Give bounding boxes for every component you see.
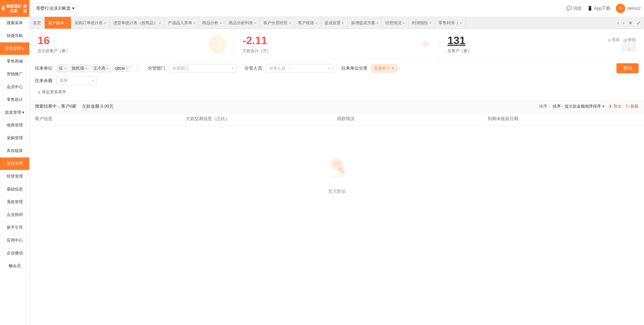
tab-label: 客户账本 xyxy=(48,20,64,26)
sort-select[interactable]: 排序： 排序：按欠款金额倒序排序 ▾ xyxy=(539,104,604,109)
tab-商品分析列表[interactable]: 商品分析列表× xyxy=(225,17,260,29)
table-header-cell: 欠款交易信息（占比） xyxy=(186,116,337,122)
logo-line2: 标版 xyxy=(22,4,28,13)
tab-close-icon[interactable]: × xyxy=(254,21,256,25)
tab-采购订单统计表[interactable]: 采购订单统计表× xyxy=(71,17,110,29)
sidebar-item-企业微信[interactable]: 企业微信 xyxy=(0,247,29,260)
remove-icon[interactable]: × xyxy=(106,66,109,70)
sidebar-item-电商管理[interactable]: 电商管理 xyxy=(0,119,29,132)
person-label: 分管人员 xyxy=(245,65,262,71)
credit-total-label: 欠款合计（万） xyxy=(243,48,271,54)
filter-row-1: 往来单位 伍 ×陈民强 ×王小亮 ×cjttcw ×... 分管部门 分管部门 … xyxy=(35,63,639,73)
balance-arrow-icon: ▾ xyxy=(92,78,94,83)
tab-close-all-icon[interactable]: ✕ xyxy=(627,20,634,26)
sidebar-item-批发管理[interactable]: 批发管理 ▾ xyxy=(0,106,29,119)
app-download-label: App下载 xyxy=(594,5,610,11)
messages-btn[interactable]: 💬 消息 xyxy=(566,5,582,11)
dept-label: 分管部门 xyxy=(148,65,165,71)
export-btn[interactable]: ⬆ 导出 xyxy=(608,104,621,109)
tab-利润报告[interactable]: 利润报告× xyxy=(409,17,435,29)
empty-state: 暂无数据 xyxy=(30,125,644,221)
remove-icon[interactable]: × xyxy=(64,66,66,70)
refresh-label: 刷新 xyxy=(631,104,639,109)
filter-area: 往来单位 伍 ×陈民强 ×王小亮 ×cjttcw ×... 分管部门 分管部门 … xyxy=(30,59,644,101)
tab-客户账本[interactable]: 客户账本× xyxy=(45,17,71,29)
tab-零售利润（[interactable]: 零售利润（× xyxy=(435,17,466,29)
tab-close-icon[interactable]: × xyxy=(377,21,379,25)
sidebar-item-经营管理[interactable]: 经营管理 xyxy=(0,170,29,183)
sidebar-item-会员中心[interactable]: 会员中心 xyxy=(0,81,29,94)
balance-select[interactable]: 选择... ▾ xyxy=(56,76,97,85)
tab-提成设置[interactable]: 提成设置× xyxy=(321,17,348,29)
sidebar-item-零售商城[interactable]: 零售商城 xyxy=(0,55,29,68)
tab-close-icon[interactable]: × xyxy=(220,21,222,25)
tab-进货单统计表（按商品）[interactable]: 进货单统计表（按商品）× xyxy=(110,17,165,29)
sidebar-item-基础信息[interactable]: 基础信息 xyxy=(0,183,29,196)
sidebar-item-资金管理[interactable]: 资金管理 xyxy=(0,157,29,170)
collapse-btn[interactable]: ∧ 收起更多条件 xyxy=(35,88,639,96)
filter-row-2: 往来余额 选择... ▾ xyxy=(35,76,639,85)
tab-close-icon[interactable]: × xyxy=(66,21,68,25)
sidebar-item-畅会员[interactable]: 畅会员 xyxy=(0,260,29,273)
unit-type-remove-icon[interactable]: ✕ xyxy=(391,66,394,71)
unit-tag-王小亮: 王小亮 × xyxy=(91,65,111,72)
sidebar-item-库存核算[interactable]: 库存核算 xyxy=(0,145,29,157)
account-name: 母婴行业演示帐套 xyxy=(36,5,71,11)
sidebar-item-零售管理[interactable]: 零售管理 ▾ xyxy=(0,42,29,55)
account-selector[interactable]: 母婴行业演示帐套 ▾ xyxy=(33,4,78,13)
tab-close-icon[interactable]: × xyxy=(194,21,196,25)
tab-close-icon[interactable]: × xyxy=(104,21,106,25)
refresh-btn[interactable]: ↻ 刷新 xyxy=(626,104,639,109)
remove-icon[interactable]: × xyxy=(85,66,87,70)
stat-credit-total: ✦ -2.11 欠款合计（万） xyxy=(234,29,439,59)
tab-close-icon[interactable]: × xyxy=(289,21,291,25)
stats-row: 🪙 16 总欠款客户（家） ✦ -2.11 欠款合计（万） 🏢 131 总客户（… xyxy=(30,29,644,59)
tab-产成品入库单[interactable]: 产成品入库单× xyxy=(165,17,199,29)
tab-next-icon[interactable]: › xyxy=(621,20,626,26)
total-customers-value: 131 xyxy=(447,34,472,47)
credit-customers-bg-icon: 🪙 xyxy=(207,35,227,53)
sidebar-item-营销推广[interactable]: 营销推广 xyxy=(0,68,29,81)
remove-icon[interactable]: × xyxy=(126,66,128,70)
avatar: D xyxy=(616,4,625,13)
tab-close-icon[interactable]: × xyxy=(159,21,161,25)
sidebar-item-系统管理[interactable]: 系统管理 xyxy=(0,196,29,209)
tab-客户分层经营[interactable]: 客户分层经营× xyxy=(260,17,295,29)
tab-客户联络[interactable]: 客户联络× xyxy=(295,17,321,29)
tab-close-icon[interactable]: × xyxy=(315,21,317,25)
credit-customers-label: 总欠款客户（家） xyxy=(38,48,70,54)
sidebar-item-应用中心[interactable]: 应用中心 xyxy=(0,234,29,247)
tab-fullscreen-icon[interactable]: ⤢ xyxy=(635,20,642,26)
video-link[interactable]: ◎ 视频 xyxy=(608,37,620,43)
user-profile[interactable]: D demo2 xyxy=(616,4,641,13)
sidebar-item-搜索菜单[interactable]: 搜索菜单 xyxy=(0,17,29,30)
tab-close-icon[interactable]: × xyxy=(429,21,431,25)
sidebar-item-零售统计[interactable]: 零售统计 xyxy=(0,94,29,106)
credit-total-bg-icon: ✦ xyxy=(419,35,432,53)
query-button[interactable]: 查询 xyxy=(616,63,639,73)
export-icon: ⬆ xyxy=(608,104,612,109)
tab-prev-icon[interactable]: ‹ xyxy=(616,20,620,26)
person-select[interactable]: 分管人员 ··· ▾ xyxy=(266,64,333,73)
tab-label: 采购订单统计表 xyxy=(75,20,103,26)
tab-close-icon[interactable]: × xyxy=(460,21,462,25)
tab-商品分析[interactable]: 商品分析× xyxy=(199,17,225,29)
sidebar-item-采购管理[interactable]: 采购管理 xyxy=(0,132,29,145)
messages-label: 消息 xyxy=(573,5,582,11)
tab-新增提成方案[interactable]: 新增提成方案× xyxy=(348,17,382,29)
tab-label: 产成品入库单 xyxy=(168,20,192,26)
sidebar-item-新手引导[interactable]: 新手引导 xyxy=(0,221,29,234)
tab-经营情况[interactable]: 经营情况× xyxy=(382,17,409,29)
stat-total-customers-info: 131 总客户（家） xyxy=(447,34,472,54)
sidebar-item-快捷导航[interactable]: 快捷导航 xyxy=(0,30,29,42)
unit-tags: 伍 ×陈民强 ×王小亮 ×cjttcw ×... xyxy=(56,65,140,72)
tab-close-icon[interactable]: × xyxy=(342,21,344,25)
sidebar-item-企业协同[interactable]: 企业协同 xyxy=(0,209,29,221)
unit-tag-more[interactable]: ... xyxy=(132,65,140,72)
dept-select[interactable]: 分管部门 ▾ xyxy=(169,64,237,73)
tab-首页[interactable]: 首页 xyxy=(30,17,45,29)
collapse-up-icon: ∧ xyxy=(38,90,41,95)
data-table: 客户信息欠款交易信息（占比）回款情况到期未收款日期 暂无数据 xyxy=(30,112,644,221)
app-download-btn[interactable]: 📱 App下载 xyxy=(587,5,610,11)
tab-close-icon[interactable]: × xyxy=(403,21,405,25)
